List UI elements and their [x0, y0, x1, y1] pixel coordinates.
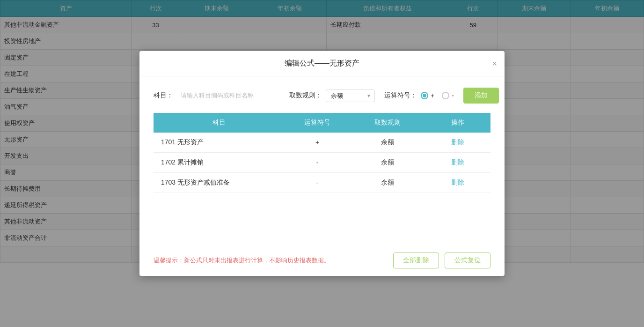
formula-operator-cell: - [285, 153, 350, 173]
operator-minus-radio[interactable] [442, 92, 449, 99]
modal-footer: 温馨提示：新公式只对未出报表进行计算，不影响历史报表数据。 全部删除 公式复位 [139, 245, 505, 276]
formula-operator-cell: - [285, 173, 350, 193]
formula-subject-cell: 1701 无形资产 [154, 133, 285, 153]
delete-row-button[interactable]: 删除 [451, 138, 464, 147]
modal-title: 编辑公式——无形资产 [285, 59, 359, 67]
formula-action-cell: 删除 [425, 153, 490, 173]
formula-operator-cell: + [285, 133, 350, 153]
form-row: 科目： 取数规则： 余额 借方发生额 贷方发生额 ▼ [154, 88, 490, 104]
formula-table: 科目 运算符号 取数规则 操作 1701 无形资产+余额删除1702 累计摊销-… [154, 113, 490, 193]
operator-label: 运算符号： [384, 91, 417, 100]
subject-label: 科目： [154, 91, 173, 100]
formula-rule-cell: 余额 [350, 173, 425, 193]
operator-plus-item[interactable]: + [421, 92, 434, 99]
col-rule: 取数规则 [350, 113, 425, 133]
footer-buttons: 全部删除 公式复位 [393, 253, 490, 268]
operator-minus-label: - [452, 92, 454, 99]
formula-rule-cell: 余额 [350, 133, 425, 153]
formula-table-header-row: 科目 运算符号 取数规则 操作 [154, 113, 490, 133]
operator-plus-label: + [431, 92, 434, 99]
col-action: 操作 [425, 113, 490, 133]
operator-group: 运算符号： + - [384, 91, 454, 100]
rule-select[interactable]: 余额 借方发生额 贷方发生额 [326, 89, 375, 102]
operator-radio-group: + - [421, 92, 454, 99]
subject-input[interactable] [177, 90, 280, 101]
rule-select-wrapper: 余额 借方发生额 贷方发生额 ▼ [326, 89, 375, 102]
formula-rule-cell: 余额 [350, 153, 425, 173]
modal-overlay: 编辑公式——无形资产 × 科目： 取数规则： 余额 借方发生额 [0, 0, 644, 327]
col-operator: 运算符号 [285, 113, 350, 133]
col-subject: 科目 [154, 113, 285, 133]
modal-dialog: 编辑公式——无形资产 × 科目： 取数规则： 余额 借方发生额 [139, 51, 505, 276]
formula-table-row: 1702 累计摊销-余额删除 [154, 153, 490, 173]
rule-label: 取数规则： [289, 91, 322, 100]
formula-subject-cell: 1703 无形资产减值准备 [154, 173, 285, 193]
operator-minus-item[interactable]: - [442, 92, 454, 99]
operator-plus-radio[interactable] [421, 92, 428, 99]
formula-action-cell: 删除 [425, 173, 490, 193]
formula-action-cell: 删除 [425, 133, 490, 153]
modal-body: 科目： 取数规则： 余额 借方发生额 贷方发生额 ▼ [139, 76, 505, 245]
delete-row-button[interactable]: 删除 [451, 158, 464, 167]
delete-all-button[interactable]: 全部删除 [393, 253, 439, 268]
reset-formula-button[interactable]: 公式复位 [445, 253, 490, 268]
modal-header: 编辑公式——无形资产 × [139, 51, 505, 76]
rule-group: 取数规则： 余额 借方发生额 贷方发生额 ▼ [289, 89, 375, 102]
modal-close-button[interactable]: × [492, 59, 497, 68]
delete-row-button[interactable]: 删除 [451, 178, 464, 187]
add-button[interactable]: 添加 [463, 88, 499, 104]
formula-subject-cell: 1702 累计摊销 [154, 153, 285, 173]
subject-group: 科目： [154, 90, 280, 101]
formula-table-row: 1703 无形资产减值准备-余额删除 [154, 173, 490, 193]
formula-table-row: 1701 无形资产+余额删除 [154, 133, 490, 153]
tip-text: 温馨提示：新公式只对未出报表进行计算，不影响历史报表数据。 [154, 256, 330, 265]
